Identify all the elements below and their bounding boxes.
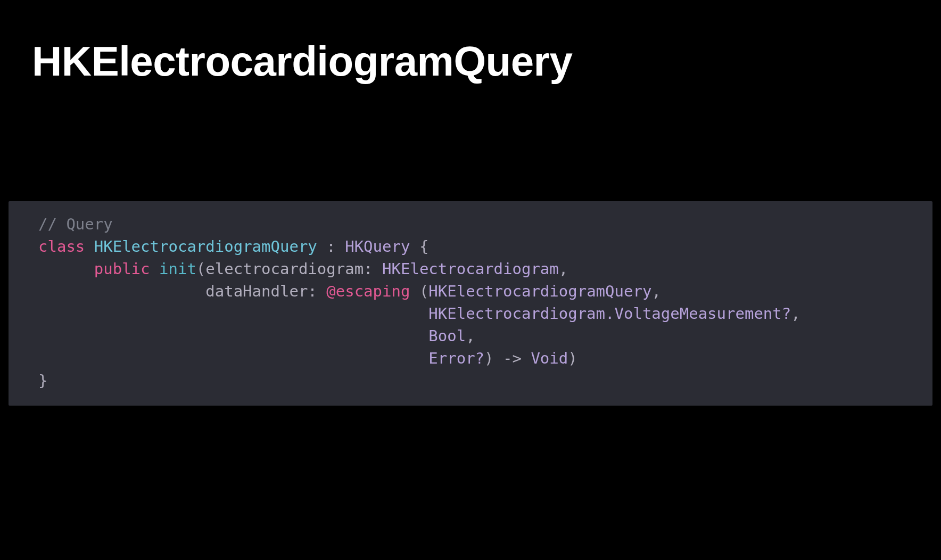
- code-open-brace: {: [410, 237, 428, 256]
- code-comma: ,: [651, 282, 661, 300]
- slide: HKElectrocardiogramQuery // Query class …: [0, 0, 941, 560]
- code-type-ecg: HKElectrocardiogram: [382, 260, 559, 278]
- code-keyword-class: class: [38, 237, 85, 256]
- code-paren-open: (: [196, 260, 205, 278]
- code-colon: :: [317, 237, 345, 256]
- code-comma: ,: [559, 260, 568, 278]
- code-indent: [38, 349, 428, 367]
- code-close-brace: }: [38, 372, 47, 390]
- code-param-ecg: electrocardiogram:: [205, 260, 382, 278]
- code-block: // Query class HKElectrocardiogramQuery …: [9, 201, 932, 406]
- code-init: init: [159, 260, 196, 278]
- code-space: [410, 282, 419, 300]
- code-indent: [38, 260, 94, 278]
- code-keyword-public: public: [94, 260, 150, 278]
- slide-title: HKElectrocardiogramQuery: [32, 37, 909, 86]
- code-attr-escaping: @escaping: [326, 282, 410, 300]
- code-arrow: ) ->: [484, 349, 531, 367]
- code-space: [150, 260, 159, 278]
- code-paren-open: (: [419, 282, 428, 300]
- code-comma: ,: [791, 304, 800, 323]
- code-type-bool: Bool: [428, 327, 466, 345]
- code-type-void: Void: [531, 349, 568, 367]
- code-type-query: HKElectrocardiogramQuery: [428, 282, 651, 300]
- code-comment: // Query: [38, 215, 113, 233]
- code-type-voltage: HKElectrocardiogram.VoltageMeasurement?: [428, 304, 791, 323]
- code-superclass: HKQuery: [345, 237, 410, 256]
- code-indent: [38, 282, 205, 300]
- code-type-error: Error?: [428, 349, 484, 367]
- code-indent: [38, 327, 428, 345]
- code-paren-close: ): [568, 349, 577, 367]
- code-indent: [38, 304, 428, 323]
- code-comma: ,: [466, 327, 475, 345]
- code-class-name: HKElectrocardiogramQuery: [94, 237, 317, 256]
- code-param-datahandler: dataHandler:: [205, 282, 326, 300]
